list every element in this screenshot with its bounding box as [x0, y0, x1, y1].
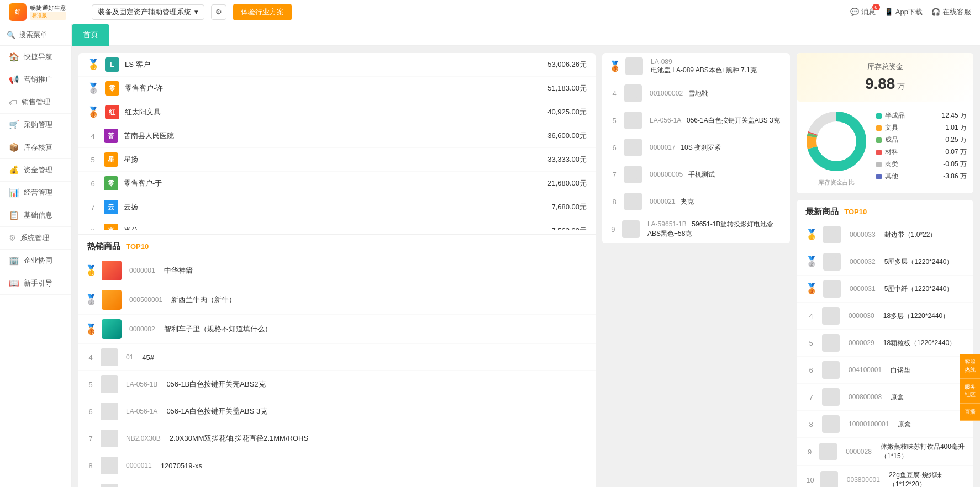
- sidebar-item-operation[interactable]: 📊 经营管理: [0, 182, 71, 204]
- sp-rank-7: 9: [609, 225, 618, 234]
- hp-name-3: 智利车子里（规格不知道填什么）: [164, 324, 272, 334]
- sp-code-1: LA-089: [651, 58, 757, 66]
- app-download-button[interactable]: 📱 App下载: [884, 7, 923, 17]
- logo-text: 畅捷通好生意: [30, 4, 66, 12]
- sidebar-item-basic[interactable]: 📋 基础信息: [0, 204, 71, 227]
- content-area: 🥇 L LS 客户 53,006.26元 🥈 零 零售客户-许 51,183.0…: [72, 46, 980, 487]
- hp-img-2: [102, 290, 122, 310]
- left-panel: 🥇 L LS 客户 53,006.26元 🥈 零 零售客户-许 51,183.0…: [78, 53, 596, 487]
- legend-val-4: -0.05 万: [943, 160, 967, 169]
- gear-button[interactable]: ⚙: [211, 4, 226, 20]
- sidebar-item-sales[interactable]: 🏷 销售管理: [0, 91, 71, 114]
- hp-name-1: 中华神箭: [164, 266, 193, 276]
- sidebar-item-marketing[interactable]: 📢 营销推广: [0, 68, 71, 91]
- rank-item-6: 6 零 零售客户-于 21,680.00元: [78, 172, 596, 195]
- sidebar-search[interactable]: 🔍 搜索菜单: [0, 24, 71, 46]
- np-rank-7: 7: [805, 393, 816, 401]
- top-customers-card: 🥇 L LS 客户 53,006.26元 🥈 零 零售客户-许 51,183.0…: [78, 53, 596, 487]
- svg-rect-6: [630, 62, 639, 71]
- donut-chart: [803, 108, 870, 174]
- legend-item-5: 其他 -3.86 万: [876, 172, 967, 181]
- app-label: App下载: [895, 7, 923, 17]
- name-1: LS 客户: [125, 60, 542, 70]
- value-7: 7,680.00元: [551, 202, 587, 212]
- sidebar-item-purchase[interactable]: 🛒 采购管理: [0, 114, 71, 136]
- legend-name-0: 半成品: [885, 111, 939, 120]
- float-community-btn[interactable]: 服务社区: [960, 379, 980, 404]
- system-select[interactable]: 装备及固定资产辅助管理系统 ▾: [92, 4, 204, 20]
- avatar-5: 星: [104, 152, 118, 167]
- sp-name-1: 电池盖 LA-089 ABS本色+黑种 7.1克: [651, 66, 757, 75]
- hp-code-8: 0000011: [126, 462, 152, 469]
- message-button[interactable]: 💬 消息 6: [850, 7, 876, 17]
- svg-rect-7: [629, 89, 637, 98]
- sp-name-6: 夹克: [681, 198, 694, 205]
- rank-item-7: 7 云 云扬 7,680.00元: [78, 195, 596, 219]
- hp-name-7: 2.0X30MM双搓花轴.搓花直径2.1MM/ROHS: [170, 433, 308, 443]
- value-8: 7,563.00元: [551, 226, 587, 230]
- legend-val-1: 1.01 万: [945, 123, 967, 133]
- svg-rect-20: [828, 284, 836, 293]
- np-rank-5: 5: [805, 339, 816, 347]
- new-products-list: 🥇 0000033 封边带（1.0*22） 🥈 0000032: [797, 221, 973, 487]
- value-4: 36,600.00元: [547, 131, 587, 141]
- np-code-2: 0000032: [850, 258, 876, 266]
- value-6: 21,680.00元: [547, 178, 587, 188]
- hp-code-3: 0000002: [129, 325, 155, 333]
- np-code-9: 0000028: [846, 448, 872, 456]
- sidebar-item-home[interactable]: 🏠 快捷导航: [0, 46, 71, 68]
- legend-item-3: 材料 0.07 万: [876, 147, 967, 157]
- scroll-product-9: 9 LA-59651-1B 59651-1B旋转投影灯电池盒ABS黑色+58克: [602, 215, 790, 244]
- sidebar-item-system[interactable]: ⚙ 系统管理: [0, 227, 71, 250]
- hot-products-section: 热销商品 TOP10 🥇 0000001 中华神箭 🥈: [78, 234, 596, 487]
- np-img-6: [822, 361, 840, 379]
- tab-home[interactable]: 首页: [72, 24, 109, 46]
- float-live-btn[interactable]: 直播: [960, 404, 980, 421]
- svg-rect-19: [828, 257, 836, 266]
- top-scroll-area[interactable]: 🥇 L LS 客户 53,006.26元 🥈 零 零售客户-许 51,183.0…: [78, 53, 596, 230]
- legend-val-3: 0.07 万: [945, 147, 967, 157]
- hot-product-4: 4 01 45#: [78, 344, 596, 371]
- sp-rank-2: 4: [609, 89, 620, 98]
- scroll-product-4: 4 001000002 雪地靴: [602, 80, 790, 107]
- sidebar-item-inventory[interactable]: 📦 库存核算: [0, 136, 71, 159]
- np-item-4: 4 0000030 18多层（1220*2440）: [797, 303, 973, 330]
- sp-name-2: 雪地靴: [688, 89, 708, 97]
- legend-val-2: 0.25 万: [945, 135, 967, 145]
- sidebar-item-guide[interactable]: 📖 新手引导: [0, 272, 71, 295]
- rank-num-8: 8: [87, 227, 98, 230]
- medal-gold-icon: 🥇: [87, 59, 99, 71]
- np-item-6: 6 004100001 白钢垫: [797, 357, 973, 384]
- np-item-1: 🥇 0000033 封边带（1.0*22）: [797, 221, 973, 248]
- sidebar-item-finance[interactable]: 💰 资金管理: [0, 159, 71, 182]
- name-2: 零售客户-许: [125, 83, 542, 93]
- svg-rect-23: [826, 366, 835, 374]
- svg-rect-18: [828, 230, 836, 239]
- online-service-button[interactable]: 🎧 在线客服: [931, 7, 971, 17]
- corp-icon: 🏢: [9, 256, 19, 266]
- legend-dot-4: [876, 162, 882, 167]
- message-icon: 💬: [850, 8, 859, 16]
- svg-rect-12: [626, 225, 635, 234]
- hp-img-4: [101, 348, 118, 366]
- hp-code-4: 01: [126, 353, 133, 361]
- header-right: 💬 消息 6 📱 App下载 🎧 在线客服: [850, 7, 971, 17]
- system-name: 装备及固定资产辅助管理系统: [98, 7, 191, 17]
- trial-button[interactable]: 体验行业方案: [233, 4, 292, 20]
- hp-rank-6: 6: [85, 407, 96, 416]
- sidebar-item-corp[interactable]: 🏢 企业协同: [0, 250, 71, 272]
- rank-item-8: 8 肖 肖总 7,563.00元: [78, 219, 596, 230]
- avatar-7: 云: [104, 200, 118, 214]
- sp-img-2: [624, 84, 642, 102]
- legend-name-3: 材料: [885, 147, 942, 157]
- legend-dot-1: [876, 125, 882, 131]
- sp-rank-4: 6: [609, 144, 620, 152]
- np-rank-4: 4: [805, 312, 816, 320]
- float-service-btn[interactable]: 客服热线: [960, 354, 980, 379]
- right-panel: 库存总资金 9.88 万: [797, 53, 973, 487]
- sp-code-6: 0000021: [650, 198, 676, 205]
- inventory-title: 库存总资金: [805, 62, 965, 72]
- sidebar-label-basic: 基础信息: [24, 210, 52, 220]
- np-name-10: 22g鱼豆腐-烧烤味（1*12*20）: [889, 470, 965, 487]
- rank-num-6: 6: [87, 179, 98, 188]
